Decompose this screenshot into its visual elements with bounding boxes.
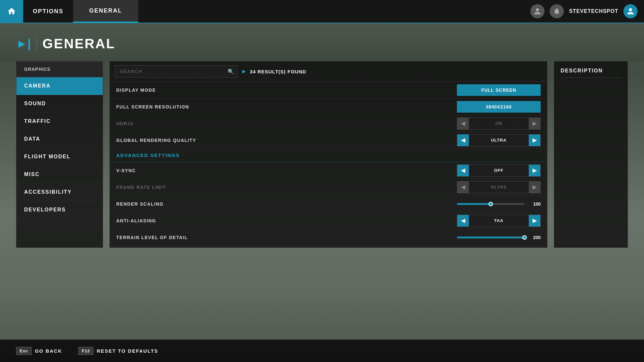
user-avatar-button[interactable] [623, 4, 638, 18]
sidebar-item-data[interactable]: DATA [16, 130, 103, 148]
go-back-key: Esc [16, 347, 32, 355]
results-found: ► 34 RESULT(S) FOUND [241, 68, 306, 75]
setting-control-rendering-quality[interactable]: ◀ ULTRA ▶ [457, 134, 541, 146]
hdr10-prev-button: ◀ [457, 118, 469, 129]
setting-row-hdr10: HDR10 ◀ ON ▶ [110, 115, 547, 132]
terrain-lod-value: 200 [528, 235, 541, 240]
terrain-lod-track[interactable] [457, 237, 525, 238]
person-icon [534, 7, 541, 15]
render-scaling-thumb[interactable] [488, 202, 493, 206]
setting-label-frame-rate: FRAME RATE LIMIT [116, 185, 457, 190]
setting-control-frame-rate: ◀ 60 FPS ▶ [457, 181, 541, 193]
sidebar-item-flight-model[interactable]: FLIGHT MODEL [16, 148, 103, 166]
setting-row-frame-rate: FRAME RATE LIMIT ◀ 60 FPS ▶ [110, 179, 547, 196]
setting-label-vsync: V-SYNC [116, 168, 457, 173]
setting-row-display-mode: DISPLAY MODE FULL SCREEN [110, 82, 547, 98]
setting-row-resolution: FULL SCREEN RESOLUTION 3840X2160 [110, 98, 547, 115]
user-circle-icon [627, 7, 634, 15]
anti-aliasing-next-button[interactable]: ▶ [529, 215, 540, 227]
setting-row-rendering-quality: GLOBAL RENDERING QUALITY ◀ ULTRA ▶ [110, 132, 547, 149]
anti-aliasing-value: TAA [469, 218, 529, 223]
rendering-quality-next-button[interactable]: ▶ [529, 135, 540, 146]
setting-label-rendering-quality: GLOBAL RENDERING QUALITY [116, 138, 457, 143]
bell-icon [553, 7, 561, 15]
nav-right-section: STEVETECHSPOT [530, 0, 644, 23]
results-count: 34 RESULT(S) FOUND [250, 69, 306, 74]
page-title: GENERAL [43, 36, 115, 51]
page-title-row: ►| GENERAL [16, 36, 628, 51]
setting-row-render-scaling: RENDER SCALING 100 [110, 196, 547, 212]
sidebar-item-traffic[interactable]: TRAFFIC [16, 113, 103, 130]
setting-control-vsync[interactable]: ◀ OFF ▶ [457, 164, 541, 177]
home-button[interactable] [0, 0, 23, 23]
search-icon: 🔍 [228, 69, 234, 75]
rendering-quality-value: ULTRA [469, 138, 529, 143]
advanced-settings-header: ADVANCED SETTINGS [110, 149, 547, 162]
bottom-bar: Esc GO BACK F12 RESET TO DEFAULTS [0, 339, 644, 362]
terrain-lod-thumb[interactable] [522, 235, 527, 240]
vsync-next-button[interactable]: ▶ [529, 165, 540, 176]
content-layout: GRAPHICS CAMERA SOUND TRAFFIC DATA FLIGH… [16, 61, 628, 248]
reset-label: RESET TO DEFAULTS [97, 348, 158, 354]
sidebar-item-camera[interactable]: CAMERA [16, 77, 103, 95]
hdr10-nav-control: ◀ ON ▶ [457, 117, 541, 130]
display-mode-value[interactable]: FULL SCREEN [457, 84, 541, 96]
vsync-value: OFF [469, 168, 529, 173]
vsync-prev-button[interactable]: ◀ [457, 165, 469, 176]
setting-row-terrain-vector: TERRAIN VECTOR DATA ◀ ULTRA ▶ [110, 246, 547, 247]
reset-defaults-action[interactable]: F12 RESET TO DEFAULTS [78, 347, 158, 355]
setting-row-anti-aliasing: ANTI-ALIASING ◀ TAA ▶ [110, 212, 547, 229]
setting-control-anti-aliasing[interactable]: ◀ TAA ▶ [457, 215, 541, 227]
results-arrow-icon: ► [241, 68, 247, 75]
setting-control-display-mode[interactable]: FULL SCREEN [457, 84, 541, 96]
setting-control-render-scaling[interactable]: 100 [457, 201, 541, 207]
setting-label-hdr10: HDR10 [116, 121, 457, 126]
general-tab[interactable]: GENERAL [73, 0, 138, 23]
setting-row-terrain-lod: TERRAIN LEVEL OF DETAIL 200 [110, 229, 547, 246]
setting-control-terrain-lod[interactable]: 200 [457, 235, 541, 240]
terrain-lod-slider[interactable]: 200 [457, 235, 541, 240]
top-navigation: OPTIONS GENERAL STEVETECHSPOT [0, 0, 644, 23]
sidebar-item-accessibility[interactable]: ACCESSIBILITY [16, 183, 103, 201]
setting-label-display-mode: DISPLAY MODE [116, 88, 457, 93]
frame-rate-nav: ◀ 60 FPS ▶ [457, 181, 541, 193]
resolution-value[interactable]: 3840X2160 [457, 101, 541, 113]
sidebar-item-misc[interactable]: MISC [16, 166, 103, 183]
render-scaling-fill [457, 203, 491, 205]
render-scaling-track[interactable] [457, 203, 525, 205]
setting-label-resolution: FULL SCREEN RESOLUTION [116, 104, 457, 109]
anti-aliasing-prev-button[interactable]: ◀ [457, 215, 469, 227]
go-back-label: GO BACK [35, 348, 62, 354]
search-input[interactable] [115, 65, 237, 78]
sidebar-item-sound[interactable]: SOUND [16, 95, 103, 113]
sidebar: GRAPHICS CAMERA SOUND TRAFFIC DATA FLIGH… [16, 61, 103, 248]
title-arrow-icon: ►| [16, 37, 31, 51]
options-nav-label[interactable]: OPTIONS [23, 0, 73, 23]
sidebar-item-developers[interactable]: DEVELOPERS [16, 201, 103, 219]
settings-list: DISPLAY MODE FULL SCREEN FULL SCREEN RES… [110, 82, 547, 247]
frame-rate-value: 60 FPS [469, 185, 529, 190]
reset-key: F12 [78, 347, 93, 355]
rendering-quality-nav[interactable]: ◀ ULTRA ▶ [457, 134, 541, 146]
frame-rate-prev-button: ◀ [457, 181, 469, 193]
description-title: DESCRIPTION [561, 68, 621, 78]
anti-aliasing-nav[interactable]: ◀ TAA ▶ [457, 215, 541, 227]
username-display: STEVETECHSPOT [569, 8, 618, 14]
setting-control-hdr10: ◀ ON ▶ [457, 117, 541, 130]
setting-label-anti-aliasing: ANTI-ALIASING [116, 218, 457, 223]
rendering-quality-prev-button[interactable]: ◀ [457, 135, 469, 146]
go-back-action[interactable]: Esc GO BACK [16, 347, 62, 355]
profile-icon-button[interactable] [530, 4, 545, 18]
notifications-button[interactable] [550, 4, 564, 18]
render-scaling-slider[interactable]: 100 [457, 201, 541, 207]
frame-rate-next-button: ▶ [529, 181, 540, 193]
setting-control-resolution[interactable]: 3840X2160 [457, 101, 541, 113]
search-input-wrapper: 🔍 [115, 65, 237, 78]
vsync-nav[interactable]: ◀ OFF ▶ [457, 164, 541, 177]
setting-row-vsync: V-SYNC ◀ OFF ▶ [110, 162, 547, 179]
terrain-lod-fill [457, 237, 525, 238]
hdr10-value: ON [469, 121, 529, 126]
setting-label-render-scaling: RENDER SCALING [116, 201, 457, 207]
settings-panel: 🔍 ► 34 RESULT(S) FOUND DISPLAY MODE FULL… [109, 61, 547, 248]
description-panel: DESCRIPTION [554, 61, 628, 248]
